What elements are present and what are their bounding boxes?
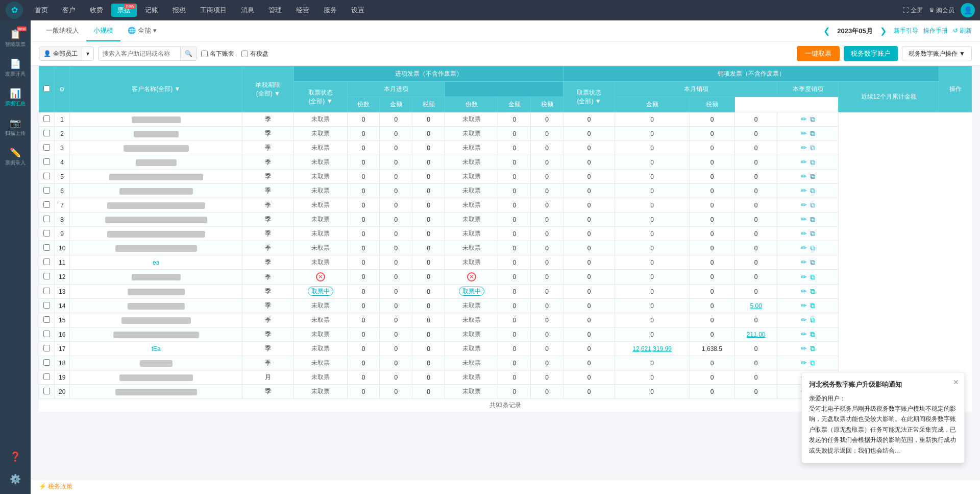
row-out-status[interactable]: 未取票 — [445, 213, 498, 227]
edit-icon[interactable]: ✏ — [801, 144, 807, 152]
row-checkbox[interactable] — [43, 244, 50, 251]
copy-icon[interactable]: ⧉ — [810, 344, 815, 353]
edit-icon[interactable]: ✏ — [801, 273, 807, 281]
row-customer-name[interactable] — [70, 313, 242, 327]
row-out-status[interactable]: 未取票 — [445, 385, 498, 399]
edit-icon[interactable]: ✏ — [801, 186, 807, 195]
row-out-status[interactable]: 未取票 — [445, 327, 498, 342]
row-customer-name[interactable] — [70, 285, 242, 299]
row-in-status[interactable]: 未取票 — [294, 356, 347, 370]
row-in-status[interactable]: ✕ — [294, 270, 347, 285]
row-checkbox[interactable] — [43, 388, 50, 394]
nav-settings[interactable]: 设置 — [345, 4, 371, 17]
row-out-status[interactable]: 未取票 — [445, 241, 498, 255]
tax-digital-account-btn[interactable]: 税务数字账户 — [844, 46, 898, 61]
edit-icon[interactable]: ✏ — [801, 316, 807, 324]
row-checkbox[interactable] — [43, 373, 50, 380]
row-in-status[interactable]: 未取票 — [294, 127, 347, 141]
nav-billing[interactable]: 收费 — [84, 4, 109, 17]
sidebar-item-smart-ticket[interactable]: 📋 智能取票 new — [0, 25, 31, 52]
row-checkbox[interactable] — [43, 173, 50, 179]
fullscreen-btn[interactable]: ⛶ 全屏 — [902, 6, 922, 15]
row-in-status[interactable]: 未取票 — [294, 198, 347, 213]
row-checkbox[interactable] — [43, 273, 50, 279]
row-checkbox[interactable] — [43, 216, 50, 222]
popup-close-btn[interactable]: ✕ — [953, 377, 959, 388]
has-tax-device-checkbox[interactable] — [241, 51, 248, 57]
edit-icon[interactable]: ✏ — [801, 244, 807, 252]
select-all-checkbox[interactable] — [43, 85, 50, 92]
row-checkbox[interactable] — [43, 359, 50, 366]
row-customer-name[interactable] — [70, 112, 242, 127]
row-checkbox[interactable] — [43, 345, 50, 351]
nav-home[interactable]: 首页 — [29, 4, 54, 17]
row-out-status[interactable]: 未取票 — [445, 227, 498, 241]
row-in-status[interactable]: 未取票 — [294, 370, 347, 385]
row-in-status[interactable]: 未取票 — [294, 385, 347, 399]
row-in-status[interactable]: 未取票 — [294, 213, 347, 227]
row-customer-name[interactable] — [70, 327, 242, 342]
row-customer-name[interactable] — [70, 299, 242, 313]
row-in-status[interactable]: 未取票 — [294, 313, 347, 327]
period-next-btn[interactable]: ❯ — [877, 25, 890, 37]
row-customer-name[interactable] — [70, 198, 242, 213]
copy-icon[interactable]: ⧉ — [810, 215, 815, 224]
copy-icon[interactable]: ⧉ — [810, 273, 815, 281]
new-user-guide-link[interactable]: 新手引导 — [894, 27, 918, 35]
row-customer-name[interactable] — [70, 356, 242, 370]
edit-icon[interactable]: ✏ — [801, 115, 807, 124]
row-customer-name[interactable] — [70, 270, 242, 285]
row-out-status[interactable]: 未取票 — [445, 342, 498, 356]
row-customer-name[interactable] — [70, 370, 242, 385]
refresh-link[interactable]: ↺ 刷新 — [953, 27, 972, 35]
row-out-status[interactable]: 未取票 — [445, 313, 498, 327]
copy-icon[interactable]: ⧉ — [810, 115, 815, 124]
row-out-status[interactable]: 未取票 — [445, 255, 498, 270]
row-checkbox[interactable] — [43, 144, 50, 151]
row-out-status[interactable]: 未取票 — [445, 127, 498, 141]
row-checkbox[interactable] — [43, 158, 50, 165]
row-out-status[interactable]: 未取票 — [445, 112, 498, 127]
employee-dropdown-btn[interactable]: ▾ — [82, 47, 93, 60]
edit-icon[interactable]: ✏ — [801, 229, 807, 238]
one-click-ticket-btn[interactable]: 一键取票 — [797, 46, 840, 61]
nav-accounting[interactable]: 记账 — [139, 4, 164, 17]
copy-icon[interactable]: ⧉ — [810, 201, 815, 209]
copy-icon[interactable]: ⧉ — [810, 301, 815, 310]
tax-digital-account-ops-btn[interactable]: 税务数字账户操作 ▼ — [902, 46, 972, 61]
row-out-status[interactable]: 未取票 — [445, 299, 498, 313]
employee-select[interactable]: 👤 全部员工 ▾ — [39, 46, 94, 61]
avatar[interactable]: 👤 — [961, 3, 975, 17]
search-submit-btn[interactable]: 🔍 — [180, 47, 197, 60]
row-in-status[interactable]: 未取票 — [294, 184, 347, 198]
my-accounts-checkbox[interactable] — [201, 51, 208, 57]
row-in-status[interactable]: 未取票 — [294, 342, 347, 356]
copy-icon[interactable]: ⧉ — [810, 359, 815, 367]
accum-amount-link[interactable]: 211.00 — [747, 331, 766, 338]
row-out-status[interactable]: 取票中 — [445, 285, 498, 299]
row-customer-name[interactable] — [70, 127, 242, 141]
nav-service[interactable]: 服务 — [317, 4, 343, 17]
copy-icon[interactable]: ⧉ — [810, 186, 815, 195]
edit-icon[interactable]: ✏ — [801, 330, 807, 339]
row-customer-name[interactable] — [70, 227, 242, 241]
row-in-status[interactable]: 未取票 — [294, 327, 347, 342]
tax-policy-bar[interactable]: ⚡ 税务政策 — [31, 479, 980, 494]
row-checkbox[interactable] — [43, 230, 50, 237]
row-checkbox[interactable] — [43, 130, 50, 136]
sidebar-item-entry[interactable]: ✏️ 票据录入 — [0, 143, 31, 171]
row-in-status[interactable]: 未取票 — [294, 141, 347, 155]
row-customer-name[interactable] — [70, 155, 242, 170]
nav-tax[interactable]: 报税 — [166, 4, 192, 17]
accum-amount-link[interactable]: 5.00 — [750, 302, 762, 310]
row-in-status[interactable]: 未取票 — [294, 299, 347, 313]
copy-icon[interactable]: ⧉ — [810, 172, 815, 181]
edit-icon[interactable]: ✏ — [801, 287, 807, 296]
row-checkbox[interactable] — [43, 115, 50, 122]
copy-icon[interactable]: ⧉ — [810, 244, 815, 252]
row-customer-name[interactable] — [70, 170, 242, 184]
row-checkbox[interactable] — [43, 316, 50, 323]
row-in-status[interactable]: 未取票 — [294, 170, 347, 184]
nav-customer[interactable]: 客户 — [56, 4, 82, 17]
edit-icon[interactable]: ✏ — [801, 172, 807, 181]
